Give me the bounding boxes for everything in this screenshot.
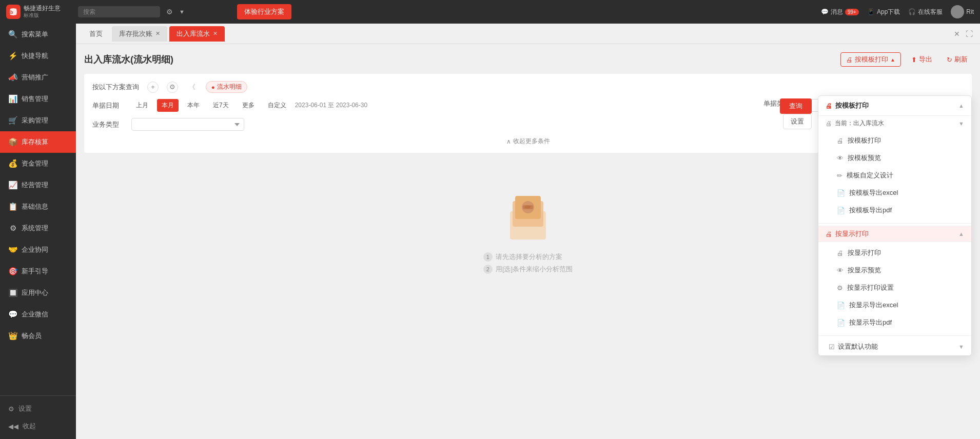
sidebar-item-member[interactable]: 👑 畅会员 — [0, 325, 76, 347]
dropdown-collapse-btn[interactable]: ▲ — [958, 103, 964, 109]
empty-hints: 1 请先选择要分析的方案 2 用[选]条件来缩小分析范围 — [483, 252, 573, 277]
tab-batch-account[interactable]: 库存批次账 ✕ — [112, 26, 167, 42]
current-section-row: 🖨 当前：出入库流水 ▼ — [818, 116, 971, 130]
print-icon-header: 🖨 — [826, 102, 832, 110]
sidebar-label-basic: 基础信息 — [22, 202, 48, 211]
dropdown-item-export-pdf-display[interactable]: 📄 按显示导出pdf — [818, 314, 971, 331]
sidebar-label-finance: 资金管理 — [22, 159, 48, 168]
default-setting-item: ☑ 设置默认功能 — [829, 342, 878, 351]
online-service-btn[interactable]: 🎧 在线客服 — [908, 8, 943, 16]
message-btn[interactable]: 💬 消息 99+ — [821, 8, 859, 16]
dropdown-divider-2 — [818, 335, 971, 336]
headset-icon: 🎧 — [908, 8, 916, 15]
tab-close-btn[interactable]: ✕ — [952, 29, 962, 38]
default-setting-row[interactable]: ☑ 设置默认功能 ▼ — [818, 338, 971, 355]
chevron-up-icon: ∧ — [506, 138, 511, 145]
sidebar-item-finance[interactable]: 💰 资金管理 — [0, 153, 76, 174]
settings-btn[interactable]: 设置 — [783, 114, 812, 129]
sidebar-item-sales[interactable]: 📊 销售管理 — [0, 88, 76, 110]
system-icon: ⚙ — [8, 224, 17, 233]
tab-batch-account-close[interactable]: ✕ — [155, 30, 160, 37]
sidebar-collapse-btn[interactable]: ◀◀ 收起 — [0, 417, 76, 435]
display-section: 🖨 按显示打印 👁 按显示预览 ⚙ 按显示打印设置 📄 按显示导出excel — [818, 242, 971, 333]
dropdown-item-pdf-display-label: 按显示导出pdf — [849, 318, 892, 327]
dropdown-item-print-template[interactable]: 🖨 按模板打印 — [818, 132, 971, 149]
filter-setting-btn[interactable]: ⚙ — [167, 82, 178, 93]
tab-in-out-flow-close[interactable]: ✕ — [213, 30, 218, 37]
preview-display-icon: 👁 — [837, 267, 844, 274]
sidebar-label-sales: 销售管理 — [22, 94, 48, 104]
date-recent-7-btn[interactable]: 近7天 — [208, 99, 233, 112]
date-this-year-btn[interactable]: 本年 — [183, 99, 204, 112]
top-search-input[interactable] — [78, 6, 160, 17]
query-btn[interactable]: 查询 — [780, 98, 812, 114]
print-template-btn[interactable]: 🖨 按模板打印 ▲ — [840, 52, 901, 67]
sidebar-item-enterprise[interactable]: 🤝 企业协同 — [0, 239, 76, 261]
sidebar-item-system[interactable]: ⚙ 系统管理 — [0, 217, 76, 239]
top-search-gear[interactable]: ⚙ — [164, 7, 175, 17]
default-setting-icon: ☑ — [829, 343, 835, 351]
dropdown-item-export-excel-display[interactable]: 📄 按显示导出excel — [818, 296, 971, 314]
dropdown-item-preview-display-label: 按显示预览 — [848, 266, 881, 275]
tab-bar: 首页 库存批次账 ✕ 出入库流水 ✕ ✕ ⛶ — [76, 24, 980, 44]
hint-num-2: 2 — [483, 265, 493, 274]
more-options-btn[interactable]: ··· — [768, 98, 776, 114]
user-btn[interactable]: Rit — [951, 5, 974, 18]
export-btn[interactable]: ⬆ 导出 — [907, 53, 936, 66]
dropdown-item-export-pdf-template[interactable]: 📄 按模板导出pdf — [818, 202, 971, 219]
current-label: 🖨 当前：出入库流水 — [826, 119, 884, 128]
sidebar-label-marketing: 营销推广 — [22, 73, 48, 82]
top-search-chevron[interactable]: ▼ — [179, 9, 185, 15]
sidebar-item-operation[interactable]: 📈 经营管理 — [0, 174, 76, 196]
date-custom-btn[interactable]: 自定义 — [263, 99, 291, 112]
refresh-btn[interactable]: ↻ 刷新 — [943, 53, 972, 66]
sidebar-item-purchase[interactable]: 🛒 采购管理 — [0, 110, 76, 131]
empty-hint-1: 1 请先选择要分析的方案 — [483, 252, 573, 262]
display-section-label: 按显示打印 — [835, 229, 869, 238]
sidebar-item-marketing[interactable]: 📣 营销推广 — [0, 67, 76, 88]
dropdown-item-customize-label: 模板自定义设计 — [847, 171, 893, 180]
tab-home-label: 首页 — [89, 29, 103, 38]
collapse-more-label: 收起更多条件 — [513, 137, 550, 146]
dropdown-item-preview-template-label: 按模板预览 — [848, 153, 881, 163]
sidebar-item-guide[interactable]: 🎯 新手引导 — [0, 261, 76, 282]
member-icon: 👑 — [8, 331, 17, 341]
sidebar-item-wechat[interactable]: 💬 企业微信 — [0, 304, 76, 325]
date-this-month-btn[interactable]: 本月 — [157, 99, 179, 112]
export-icon: ⬆ — [911, 56, 917, 64]
display-section-chevron[interactable]: ▲ — [958, 231, 964, 237]
purchase-icon: 🛒 — [8, 116, 17, 125]
app-download-btn[interactable]: 📱 App下载 — [867, 8, 900, 16]
dropdown-item-preview-template[interactable]: 👁 按模板预览 — [818, 149, 971, 167]
business-type-select[interactable] — [131, 118, 244, 131]
settings-btn-area: 设置 — [783, 114, 812, 129]
sidebar-item-basic[interactable]: 📋 基础信息 — [0, 196, 76, 217]
sidebar-item-inventory[interactable]: 📦 库存核算 — [0, 131, 76, 153]
sidebar-label-wechat: 企业微信 — [22, 310, 48, 319]
date-last-month-btn[interactable]: 上月 — [131, 99, 153, 112]
dropdown-item-print-display[interactable]: 🖨 按显示打印 — [818, 244, 971, 262]
date-more-btn[interactable]: 更多 — [238, 99, 259, 112]
tab-home[interactable]: 首页 — [82, 26, 110, 42]
dropdown-item-preview-display[interactable]: 👁 按显示预览 — [818, 262, 971, 279]
sidebar-item-app-center[interactable]: 🔲 应用中心 — [0, 282, 76, 304]
filter-add-btn[interactable]: + — [147, 82, 159, 93]
settings-display-icon: ⚙ — [837, 284, 843, 292]
sidebar-settings-btn[interactable]: ⚙ 设置 — [0, 400, 76, 417]
sidebar-label-purchase: 采购管理 — [22, 116, 48, 125]
tab-maximize-btn[interactable]: ⛶ — [965, 29, 974, 38]
tab-in-out-flow[interactable]: 出入库流水 ✕ — [169, 26, 225, 42]
sidebar-item-quick-nav[interactable]: ⚡ 快捷导航 — [0, 45, 76, 67]
dropdown-item-export-excel-template[interactable]: 📄 按模板导出excel — [818, 184, 971, 202]
query-settings-area: ··· 查询 — [768, 98, 812, 114]
sidebar-item-search[interactable]: 🔍 搜索菜单 — [0, 24, 76, 45]
dropdown-item-print-settings-display[interactable]: ⚙ 按显示打印设置 — [818, 279, 971, 296]
dropdown-item-customize-template[interactable]: ✏ 模板自定义设计 — [818, 167, 971, 184]
finance-icon: 💰 — [8, 159, 17, 168]
collapse-more-btn[interactable]: ∧ 收起更多条件 — [506, 137, 550, 146]
filter-tag-label: 流水明细 — [217, 83, 242, 91]
filter-tag: ● 流水明细 — [206, 81, 247, 93]
display-print-icon: 🖨 — [826, 230, 832, 238]
trial-btn[interactable]: 体验行业方案 — [237, 4, 291, 19]
filter-collapse-btn[interactable]: 《 — [186, 82, 198, 93]
